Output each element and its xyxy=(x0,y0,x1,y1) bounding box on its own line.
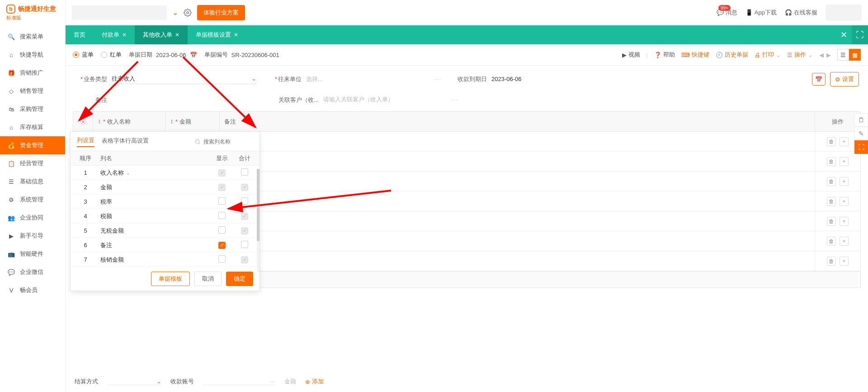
tab-expand-button[interactable]: ⛶ xyxy=(852,25,868,44)
row-add-icon[interactable]: ＋ xyxy=(840,217,849,226)
pop-tab-font[interactable]: 表格字体行高设置 xyxy=(102,137,149,147)
form-settings-button[interactable]: ⚙设置 xyxy=(830,72,859,86)
pop-row: 7核销金额✓ xyxy=(71,253,259,267)
sidebar-item-2[interactable]: 🎁营销推广 xyxy=(0,64,65,82)
message-link[interactable]: 99+ 💬 消息 xyxy=(717,9,737,17)
sidebar-item-11[interactable]: ▶新手引导 xyxy=(0,227,65,245)
partner-select[interactable]: 选择... ··· xyxy=(306,75,442,84)
history-link[interactable]: 🕘历史单据 xyxy=(716,51,748,59)
row-delete-icon[interactable]: 🗑 xyxy=(827,197,836,206)
row-add-icon[interactable]: ＋ xyxy=(840,237,849,246)
radio-red[interactable]: 红单 xyxy=(101,51,122,59)
row-delete-icon[interactable]: 🗑 xyxy=(827,137,836,146)
sidebar-item-13[interactable]: 💬企业微信 xyxy=(0,263,65,281)
sidebar-item-14[interactable]: V畅会员 xyxy=(0,281,65,299)
cta-industry-button[interactable]: 体验行业方案 xyxy=(197,5,245,20)
remark-label: 备注 xyxy=(75,96,107,104)
biz-type-select[interactable]: 往来收入 ⌄ xyxy=(112,75,256,84)
prev-doc-icon[interactable]: ◀ xyxy=(819,52,824,58)
header-remark[interactable]: 备注 xyxy=(220,112,815,131)
row-delete-icon[interactable]: 🗑 xyxy=(827,237,836,246)
guide-icon: ▶ xyxy=(7,232,15,240)
header-income[interactable]: ▲▼ *收入名称 xyxy=(93,112,165,131)
next-doc-icon[interactable]: ▶ xyxy=(826,52,831,58)
tab-close-icon[interactable]: ✕ xyxy=(234,32,238,38)
print-link[interactable]: 🖨打印⌄ xyxy=(755,51,781,59)
sidebar-item-4[interactable]: 🛍采购管理 xyxy=(0,100,65,118)
float-expand-button[interactable]: ⛶ xyxy=(854,140,868,154)
radio-blue[interactable]: 蓝单 xyxy=(73,51,94,59)
app-download-link[interactable]: 📱 App下载 xyxy=(745,9,777,17)
tab-2[interactable]: 其他收入单✕ xyxy=(135,25,188,44)
rel-customer-input[interactable]: 请输入关联客户（收入单） ··· xyxy=(323,96,459,104)
pop-row: 1收入名称 ⌄✓ xyxy=(71,166,259,180)
manage-icon: 📋 xyxy=(7,159,15,167)
settle-amount-label: 金额 xyxy=(284,378,296,386)
sidebar-item-12[interactable]: 📺智能硬件 xyxy=(0,245,65,263)
video-link[interactable]: ▶视频 xyxy=(622,51,640,59)
sidebar-item-1[interactable]: ⌂快捷导航 xyxy=(0,46,65,64)
view-mode-detail[interactable]: ▦ xyxy=(849,49,861,61)
row-delete-icon[interactable]: 🗑 xyxy=(827,217,836,226)
remark-input[interactable] xyxy=(112,100,256,100)
logo: b 畅捷通好生意 标准版 xyxy=(0,0,65,24)
system-icon: ⚙ xyxy=(7,196,15,204)
settle-method-select[interactable]: ⌄ xyxy=(107,378,161,385)
pop-scrollbar[interactable] xyxy=(257,169,259,272)
hotkey-link[interactable]: ⌨快捷键 xyxy=(681,51,709,59)
sidebar-item-0[interactable]: 🔍搜索菜单 xyxy=(0,28,65,46)
row-add-icon[interactable]: ＋ xyxy=(840,257,849,266)
main-area: ⌄ 体验行业方案 99+ 💬 消息 📱 App下载 🎧 在线客服 xyxy=(66,0,868,392)
sidebar-item-3[interactable]: ◇销售管理 xyxy=(0,82,65,100)
tab-1[interactable]: 付款单✕ xyxy=(94,25,135,44)
calendar-icon[interactable]: 📅 xyxy=(190,52,197,58)
row-add-icon[interactable]: ＋ xyxy=(840,197,849,206)
sidebar-item-7[interactable]: 📋经营管理 xyxy=(0,154,65,172)
operate-icon: ☰ xyxy=(787,52,793,58)
operate-link[interactable]: ☰操作⌄ xyxy=(787,51,813,59)
settings-gear-icon[interactable] xyxy=(184,9,192,17)
row-delete-icon[interactable]: 🗑 xyxy=(827,157,836,166)
row-delete-icon[interactable]: 🗑 xyxy=(827,177,836,186)
settle-account-select[interactable]: ··· xyxy=(203,378,275,385)
view-mode-list[interactable]: ☰ xyxy=(837,49,849,61)
tab-close-icon[interactable]: ✕ xyxy=(122,32,127,38)
help-link[interactable]: ❓帮助 xyxy=(654,51,675,59)
pop-ok-button[interactable]: 确定 xyxy=(226,272,253,286)
date-value[interactable]: 2023-06-06 xyxy=(156,52,186,58)
tab-3[interactable]: 单据模板设置✕ xyxy=(188,25,246,44)
sidebar-item-6[interactable]: 💰资金管理 xyxy=(0,136,65,154)
company-selector[interactable] xyxy=(72,5,167,20)
sidebar-item-9[interactable]: ⚙系统管理 xyxy=(0,191,65,209)
float-note-button[interactable]: 🗒 xyxy=(854,113,868,127)
calendar-button[interactable]: 📅 xyxy=(812,73,826,86)
pop-tab-columns[interactable]: 列设置 xyxy=(77,136,94,147)
header-amount[interactable]: ▲▼ *金额 xyxy=(165,112,220,131)
service-link[interactable]: 🎧 在线客服 xyxy=(785,9,817,17)
float-edit-button[interactable]: ✎ xyxy=(854,127,868,140)
row-add-icon[interactable]: ＋ xyxy=(840,157,849,166)
logo-sub: 标准版 xyxy=(6,14,59,21)
pop-search-input[interactable] xyxy=(203,139,253,145)
tab-close-button[interactable]: ✕ xyxy=(835,25,852,44)
row-add-icon[interactable]: ＋ xyxy=(840,137,849,146)
rel-customer-label: 关联客户（收... xyxy=(269,96,319,104)
grid-gear-button[interactable] xyxy=(73,112,93,131)
tab-close-icon[interactable]: ✕ xyxy=(175,32,179,38)
tab-0[interactable]: 首页 xyxy=(66,25,94,44)
sidebar-item-8[interactable]: ☰基础信息 xyxy=(0,172,65,191)
row-add-icon[interactable]: ＋ xyxy=(840,177,849,186)
user-avatar[interactable] xyxy=(826,5,862,21)
settle-account-label: 收款账号 xyxy=(170,378,194,386)
due-date-input[interactable]: 2023-06-06 xyxy=(491,76,582,83)
pop-cancel-button[interactable]: 取消 xyxy=(194,272,222,286)
company-caret-icon[interactable]: ⌄ xyxy=(172,8,178,17)
pop-template-button[interactable]: 单据模板 xyxy=(151,272,190,286)
pop-search[interactable] xyxy=(194,139,253,145)
settle-add-button[interactable]: ⊕添加 xyxy=(305,378,324,386)
sidebar-item-10[interactable]: 👥企业协同 xyxy=(0,209,65,227)
row-delete-icon[interactable]: 🗑 xyxy=(827,257,836,266)
sidebar-item-5[interactable]: ⌂库存核算 xyxy=(0,118,65,136)
gear-icon: ⚙ xyxy=(835,76,840,83)
doc-toolbar: 蓝单 红单 单据日期 2023-06-06 📅 单据编号 SR-20230606… xyxy=(66,44,868,66)
